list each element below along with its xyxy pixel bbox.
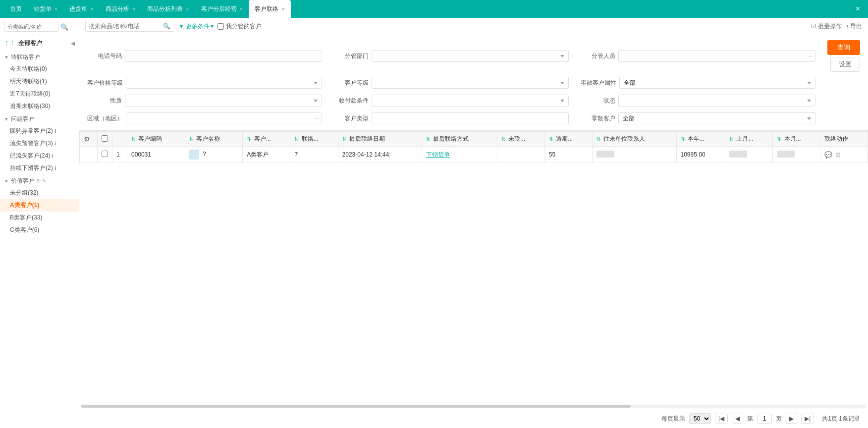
row-actions-container: 💬 ⊞ [824, 151, 864, 159]
gear-icon[interactable]: ⚙ [84, 135, 90, 143]
region-dots-icon[interactable]: ··· [315, 116, 319, 121]
th-this-month[interactable]: ⇅ 本月... [773, 132, 820, 147]
filter-cell-phone: 电话号码 [87, 50, 322, 62]
search-box: 🔍 [85, 21, 174, 32]
price-grade-select[interactable] [126, 77, 322, 89]
value-customer-group[interactable]: ▼ 价值客户 ↻ ✎ [0, 174, 79, 187]
region-input-wrap: ··· [126, 112, 322, 124]
sort-icon: ⇅ [777, 136, 781, 142]
pay-cond-select[interactable] [372, 95, 569, 107]
first-page-button[interactable]: |◀ [715, 414, 728, 424]
close-icon[interactable]: × [240, 6, 243, 12]
page-number-input[interactable] [757, 414, 772, 424]
nav-product-analysis-list[interactable]: 商品分析列表 × [141, 0, 195, 18]
zero-customer-select[interactable]: 全部 [618, 112, 815, 124]
sidebar-item-unclassified[interactable]: 未分组(32) [0, 187, 79, 199]
problem-customer-group[interactable]: ▼ 问题客户 [0, 112, 79, 125]
my-customers-checkbox[interactable] [217, 23, 224, 30]
th-customer-type[interactable]: ⇅ 客户... [243, 132, 290, 147]
filter-cell-pay: 收付款条件 [334, 95, 569, 107]
nav-sales-order[interactable]: 销货单 × [28, 0, 63, 18]
close-icon[interactable]: × [132, 6, 135, 12]
sidebar-item-class-c[interactable]: C类客户(6) [0, 224, 79, 236]
my-customers-checkbox-label[interactable]: 我分管的客户 [217, 22, 262, 31]
staff-dots-icon[interactable]: ··· [809, 54, 813, 59]
sidebar-item-churned[interactable]: 已流失客户(24) ℹ [0, 150, 79, 162]
nav-purchase-order[interactable]: 进货单 × [63, 0, 99, 18]
staff-input[interactable] [618, 50, 815, 62]
horizontal-scrollbar[interactable] [79, 403, 868, 409]
nav-home[interactable]: 首页 [4, 0, 28, 18]
customer-grade-select[interactable] [372, 77, 569, 89]
table-row: 1 000031 ? A类客户 7 [80, 147, 868, 163]
close-icon[interactable]: × [90, 6, 93, 12]
batch-op-button[interactable]: ☑ 批量操作 [811, 22, 842, 31]
sidebar-item-tomorrow[interactable]: 明天待联络(1) [0, 75, 79, 88]
pending-contact-group[interactable]: ▼ 待联络客户 [0, 51, 79, 63]
sidebar-search-icon[interactable]: 🔍 [60, 23, 68, 31]
collapse-icon[interactable]: ◀ [71, 41, 75, 46]
next-page-button[interactable]: ▶ [786, 414, 797, 424]
close-icon[interactable]: × [54, 6, 57, 12]
search-icon[interactable]: 🔍 [163, 23, 170, 30]
customer-type-input[interactable] [372, 112, 569, 124]
sidebar-search-input[interactable] [4, 22, 58, 32]
zero-attr-select[interactable]: 全部 [619, 77, 815, 89]
sidebar-item-churn-warning[interactable]: 流失预警客户(3) ℹ [0, 137, 79, 150]
nav-customer-contact[interactable]: 客户联络 × [249, 0, 290, 18]
status-select[interactable] [618, 95, 815, 107]
th-contacts[interactable]: ⇅ 往来单位联系人 [592, 132, 676, 147]
sidebar-item-today[interactable]: 今天待联络(0) [0, 63, 79, 75]
th-current-year[interactable]: ⇅ 本年... [676, 132, 725, 147]
prev-page-button[interactable]: ◀ [732, 414, 743, 424]
contact-method-link[interactable]: 下销货单 [426, 151, 450, 158]
edit-icon[interactable]: ✎ [42, 178, 46, 184]
th-last-contact-date[interactable]: ⇅ 最后联络日期 [338, 132, 422, 147]
settings-button[interactable]: 设置 [830, 57, 860, 72]
th-contact-count[interactable]: ⇅ 联络... [290, 132, 338, 147]
filter-cell-zero-attr: 零散客户属性 全部 [581, 77, 815, 89]
staff-input-wrap: ··· [618, 50, 815, 62]
info-icon: ℹ [54, 165, 56, 171]
message-icon[interactable]: 💬 [824, 151, 832, 159]
sidebar-item-7days[interactable]: 近7天待联络(0) [0, 88, 79, 100]
search-input[interactable] [89, 23, 163, 30]
sidebar-item-overdue[interactable]: 逾期未联络(30) [0, 100, 79, 112]
sidebar-item-class-a[interactable]: A类客户(1) [0, 199, 79, 212]
select-all-checkbox[interactable] [102, 135, 108, 142]
sidebar-item-rebuy-abnormal[interactable]: 回购异常客户(2) ℹ [0, 125, 79, 137]
td-uncontacted [497, 147, 544, 163]
scroll-thumb[interactable] [81, 405, 631, 408]
th-code[interactable]: ⇅ 客户编码 [127, 132, 185, 147]
dept-select[interactable] [372, 50, 569, 62]
sidebar: 🔍 ⋮⋮ 全部客户 ◀ ▼ 待联络客户 今天待联络(0) 明天待联络(1) 近7… [0, 18, 79, 428]
row-checkbox[interactable] [102, 151, 108, 157]
phone-input[interactable] [125, 50, 322, 62]
td-overdue-extra [592, 147, 676, 163]
sidebar-item-class-b[interactable]: B类客户(33) [0, 212, 79, 224]
th-last-contact-method[interactable]: ⇅ 最后联络方式 [422, 132, 497, 147]
sidebar-item-declining[interactable]: 持续下滑客户(2) ℹ [0, 162, 79, 174]
nav-product-analysis[interactable]: 商品分析 × [100, 0, 141, 18]
nav-customer-tier[interactable]: 客户分层经营 × [195, 0, 249, 18]
td-last-contact-date: 2023-04-12 14:44: [338, 147, 422, 163]
per-page-select[interactable]: 50 [689, 413, 711, 424]
th-overdue[interactable]: ⇅ 逾期... [544, 132, 592, 147]
more-conditions-button[interactable]: ▼ 更多条件 ▾ [178, 22, 214, 31]
region-input[interactable] [126, 112, 322, 124]
last-page-button[interactable]: ▶| [801, 414, 814, 424]
nature-select[interactable] [125, 95, 322, 107]
close-all-button[interactable]: × [852, 4, 864, 13]
export-button[interactable]: ↑ 导出 [846, 22, 862, 31]
total-info: 共1页 1条记录 [822, 415, 860, 423]
query-button[interactable]: 查询 [827, 40, 860, 55]
close-icon[interactable]: × [281, 6, 284, 12]
refresh-icon[interactable]: ↻ [37, 178, 41, 184]
th-last-month[interactable]: ⇅ 上月... [725, 132, 773, 147]
all-customers-header[interactable]: ⋮⋮ 全部客户 ◀ [0, 36, 79, 51]
qr-icon[interactable]: ⊞ [835, 151, 841, 159]
th-name[interactable]: ⇅ 客户名称 [185, 132, 243, 147]
close-icon[interactable]: × [186, 6, 189, 12]
th-uncontacted[interactable]: ⇅ 未联... [497, 132, 544, 147]
top-navigation: 首页 销货单 × 进货单 × 商品分析 × 商品分析列表 × 客户分层经营 × … [0, 0, 868, 18]
